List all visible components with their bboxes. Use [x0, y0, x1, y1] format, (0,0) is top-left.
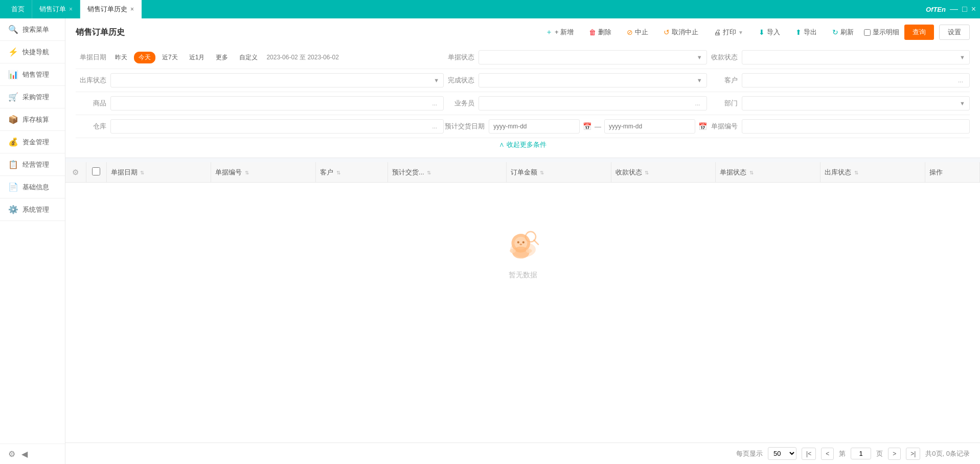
sidebar: 🔍 搜索菜单 ⚡ 快捷导航 📊 销售管理 🛒 采购管理 📦 库存核算 💰 资金管…: [0, 18, 65, 464]
print-icon: 🖨: [714, 28, 721, 36]
collapse-bar[interactable]: ∧ 收起更多条件: [76, 138, 970, 153]
customer-label: 客户: [707, 76, 738, 85]
date-tab-today[interactable]: 今天: [134, 52, 155, 63]
sort-expected-date-icon[interactable]: ⇅: [427, 170, 431, 175]
sidebar-item-operations[interactable]: 📋 经营管理: [0, 153, 65, 176]
sort-bill-status-icon[interactable]: ⇅: [749, 170, 754, 175]
import-icon: ⬇: [759, 28, 765, 36]
per-page-select[interactable]: 50 10 20 100: [768, 447, 796, 460]
tab-sales-order-history[interactable]: 销售订单历史 ×: [80, 0, 142, 18]
th-payment-status: 收款状态 ⇅: [611, 162, 716, 183]
page-input[interactable]: [851, 448, 871, 459]
content-area: 销售订单历史 ＋ + 新增 🗑 删除 ⊘ 中止 ↺: [65, 18, 980, 464]
topbar: 首页 销售订单 × 销售订单历史 × OfTEn — □ ×: [0, 0, 980, 18]
customer-dots-icon[interactable]: ...: [956, 77, 965, 84]
filter-row-3: 商品 ... 业务员 ... 部门: [76, 92, 970, 115]
sort-payment-status-icon[interactable]: ⇅: [645, 170, 649, 175]
sidebar-item-quick-nav[interactable]: ⚡ 快捷导航: [0, 41, 65, 63]
product-dots-icon[interactable]: ...: [430, 100, 439, 107]
stop-icon: ⊘: [627, 28, 633, 36]
topbar-right: OfTEn — □ ×: [926, 5, 976, 14]
department-select[interactable]: ▼: [742, 96, 970, 111]
delete-button[interactable]: 🗑 删除: [584, 25, 617, 39]
date-tab-custom[interactable]: 自定义: [235, 52, 262, 63]
close-btn[interactable]: ×: [971, 5, 976, 14]
sidebar-item-search-menu[interactable]: 🔍 搜索菜单: [0, 18, 65, 41]
date-tab-yesterday[interactable]: 昨天: [110, 52, 132, 63]
filter-bill-no: 单据编号: [707, 119, 970, 134]
filter-expected-date: 预计交货日期 📅 — 📅: [444, 119, 706, 134]
filter-warehouse: 仓库 ...: [76, 119, 444, 134]
sort-bill-date-icon[interactable]: ⇅: [140, 170, 144, 175]
bill-status-arrow-icon: ▼: [697, 54, 702, 60]
table-container: ⚙ 单据日期 ⇅ 单据编号 ⇅: [65, 162, 980, 443]
print-arrow-icon: ▼: [738, 30, 743, 35]
th-order-amount: 订单金额 ⇅: [506, 162, 611, 183]
sidebar-item-label: 快捷导航: [22, 48, 49, 57]
restore-btn[interactable]: □: [962, 5, 967, 14]
total-info: 共0页, 0条记录: [925, 449, 970, 458]
bill-status-label: 单据状态: [444, 53, 474, 62]
minimize-btn[interactable]: —: [950, 5, 958, 14]
sidebar-item-inventory[interactable]: 📦 库存核算: [0, 108, 65, 131]
gear-icon[interactable]: ⚙: [72, 168, 79, 176]
setting-button[interactable]: 设置: [939, 25, 970, 40]
filter-salesman: 业务员 ...: [444, 96, 706, 111]
date-to-input[interactable]: [604, 119, 695, 134]
sidebar-item-sales-mgmt[interactable]: 📊 销售管理: [0, 63, 65, 86]
out-status-select[interactable]: ▼: [110, 73, 444, 87]
prev-page-btn[interactable]: <: [821, 448, 834, 460]
collapse-up-icon: ∧: [499, 141, 507, 148]
sidebar-item-basic-info[interactable]: 📄 基础信息: [0, 176, 65, 198]
sidebar-item-system[interactable]: ⚙️ 系统管理: [0, 198, 65, 221]
purchase-mgmt-icon: 🛒: [8, 92, 18, 102]
filter-department: 部门 ▼: [707, 96, 970, 111]
sort-order-amount-icon[interactable]: ⇅: [540, 170, 544, 175]
cancel-stop-button[interactable]: ↺ 取消中止: [658, 25, 703, 39]
stop-button[interactable]: ⊘ 中止: [622, 25, 653, 39]
filter-row-4: 仓库 ... 预计交货日期 📅 — 📅: [76, 115, 970, 138]
tab-home[interactable]: 首页: [4, 0, 32, 18]
date-tab-1month[interactable]: 近1月: [185, 52, 210, 63]
tab-sales-order[interactable]: 销售订单 ×: [32, 0, 80, 18]
sidebar-item-label: 基础信息: [22, 183, 49, 192]
refresh-button[interactable]: ↻ 刷新: [827, 25, 859, 39]
sidebar-collapse-icon[interactable]: ◀: [21, 449, 28, 459]
close-tab-history[interactable]: ×: [130, 6, 134, 13]
quick-nav-icon: ⚡: [8, 47, 18, 57]
per-page-label: 每页显示: [736, 449, 763, 458]
new-button[interactable]: ＋ + 新增: [540, 25, 579, 39]
out-status-label: 出库状态: [76, 76, 106, 85]
date-tab-more[interactable]: 更多: [211, 52, 233, 63]
close-tab-sales-order[interactable]: ×: [69, 6, 73, 13]
query-button[interactable]: 查询: [904, 25, 934, 40]
first-page-btn[interactable]: |<: [802, 448, 816, 460]
calendar-from-icon[interactable]: 📅: [583, 122, 591, 130]
sidebar-item-purchase-mgmt[interactable]: 🛒 采购管理: [0, 86, 65, 108]
import-button[interactable]: ⬇ 导入: [754, 25, 785, 39]
sort-bill-no-icon[interactable]: ⇅: [245, 170, 249, 175]
payment-status-select[interactable]: ▼: [742, 50, 970, 64]
date-from-input[interactable]: [489, 119, 580, 134]
sidebar-item-finance[interactable]: 💰 资金管理: [0, 131, 65, 153]
last-page-btn[interactable]: >|: [906, 448, 920, 460]
export-button[interactable]: ⬆ 导出: [790, 25, 822, 39]
toolbar: ＋ + 新增 🗑 删除 ⊘ 中止 ↺ 取消中止: [540, 25, 970, 40]
bill-status-select[interactable]: ▼: [478, 50, 706, 64]
print-button[interactable]: 🖨 打印 ▼: [709, 25, 748, 39]
salesman-dots-icon[interactable]: ...: [693, 100, 702, 107]
show-detail-checkbox[interactable]: 显示明细: [864, 28, 899, 37]
date-tab-7days[interactable]: 近7天: [157, 52, 183, 63]
next-page-btn[interactable]: >: [888, 448, 901, 460]
bill-no-input[interactable]: [742, 119, 970, 134]
filter-payment-status: 收款状态 ▼: [707, 50, 970, 64]
sort-out-status-icon[interactable]: ⇅: [854, 170, 858, 175]
complete-status-select[interactable]: ▼: [478, 73, 706, 87]
warehouse-dots-icon[interactable]: ...: [430, 123, 439, 130]
sidebar-settings-icon[interactable]: ⚙: [8, 449, 15, 459]
sort-customer-icon[interactable]: ⇅: [336, 170, 340, 175]
show-detail-input[interactable]: [864, 29, 871, 36]
calendar-to-icon[interactable]: 📅: [698, 122, 707, 130]
th-bill-no: 单据编号 ⇅: [211, 162, 316, 183]
select-all-checkbox[interactable]: [92, 167, 100, 175]
